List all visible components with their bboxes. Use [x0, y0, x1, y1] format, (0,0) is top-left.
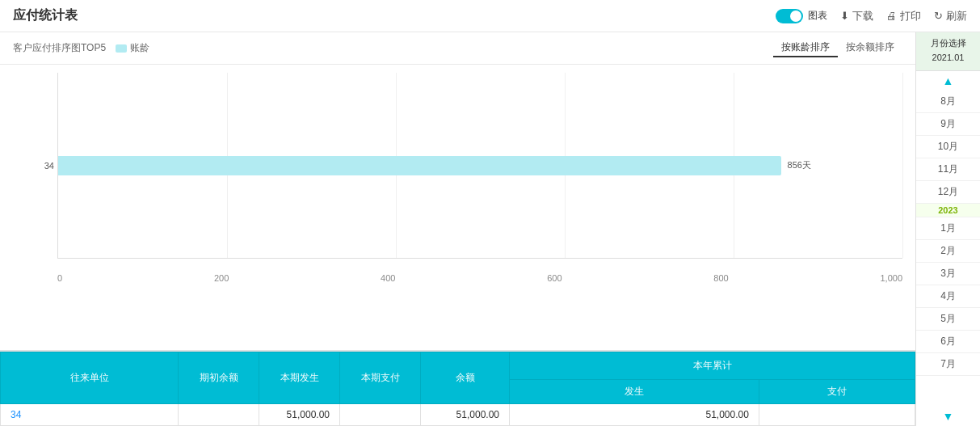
refresh-button[interactable]: ↻ 刷新 [934, 9, 967, 23]
sort-by-balance-tab[interactable]: 按余额排序 [838, 39, 902, 57]
chevron-down-icon: ▼ [943, 410, 954, 423]
legend-color-box [116, 44, 127, 53]
sidebar-title: 月份选择 [919, 37, 977, 49]
sidebar-up-button[interactable]: ▲ [916, 71, 980, 91]
sidebar-item-1[interactable]: 1月 [916, 217, 980, 240]
row-opening [179, 404, 259, 426]
download-icon: ⬇ [840, 10, 849, 22]
row-current-occur: 51,000.00 [259, 404, 340, 426]
download-button[interactable]: ⬇ 下载 [840, 9, 873, 23]
x-tick-400: 400 [381, 273, 395, 283]
sidebar-item-2[interactable]: 2月 [916, 240, 980, 263]
legend-item: 客户应付排序图TOP5 [13, 41, 106, 55]
refresh-icon: ↻ [934, 10, 943, 22]
header-actions: 图表 ⬇ 下载 🖨 打印 ↻ 刷新 [776, 9, 967, 23]
data-table: 往来单位 期初余额 本期发生 本期支付 余额 本年累计 发生 支付 [0, 352, 915, 426]
sort-by-amount-tab[interactable]: 按账龄排序 [773, 39, 838, 57]
main-content: 客户应付排序图TOP5 账龄 按账龄排序 按余额排序 [0, 32, 980, 426]
col-unit: 往来单位 [1, 352, 179, 404]
app-container: 应付统计表 图表 ⬇ 下载 🖨 打印 ↻ 刷新 [0, 0, 980, 426]
legend-name: 账龄 [130, 41, 149, 55]
col-balance: 余额 [421, 352, 510, 404]
legend-text: 客户应付排序图TOP5 [13, 41, 106, 55]
sidebar-item-7[interactable]: 7月 [916, 353, 980, 376]
sort-tabs: 按账龄排序 按余额排序 [773, 39, 902, 57]
sidebar-month-list: 8月 9月 10月 11月 12月 2023 1月 2月 3月 4月 5月 6月… [916, 91, 980, 407]
chart-header: 客户应付排序图TOP5 账龄 按账龄排序 按余额排序 [0, 32, 915, 65]
sidebar-item-3[interactable]: 3月 [916, 263, 980, 285]
col-opening: 期初余额 [179, 352, 259, 404]
col-ytd-occur: 发生 [510, 380, 759, 404]
print-label: 打印 [900, 9, 921, 23]
legend-color-item: 账龄 [116, 41, 149, 55]
chevron-up-icon: ▲ [943, 74, 954, 87]
col-current-occur: 本期发生 [259, 352, 340, 404]
bar-fill [58, 156, 781, 175]
refresh-label: 刷新 [946, 9, 967, 23]
col-ytd-pay: 支付 [759, 380, 915, 404]
sidebar-item-8[interactable]: 8月 [916, 91, 980, 113]
sidebar-item-5[interactable]: 5月 [916, 308, 980, 331]
sidebar-item-6[interactable]: 6月 [916, 331, 980, 353]
sidebar-item-9[interactable]: 9月 [916, 113, 980, 136]
chart-toggle-label: 图表 [808, 9, 827, 23]
chart-section: 客户应付排序图TOP5 账龄 按账龄排序 按余额排序 [0, 32, 915, 426]
row-ytd-occur: 51,000.00 [510, 404, 759, 426]
x-tick-600: 600 [547, 273, 562, 283]
x-tick-800: 800 [713, 273, 728, 283]
print-icon: 🖨 [886, 10, 897, 22]
x-tick-200: 200 [214, 273, 229, 283]
table-body: 34 51,000.00 51,000.00 51,000.00 [1, 404, 915, 426]
sidebar-down-button[interactable]: ▼ [916, 407, 980, 426]
print-button[interactable]: 🖨 打印 [886, 9, 921, 23]
chart-toggle[interactable] [776, 9, 803, 23]
col-ytd: 本年累计 [510, 352, 915, 380]
sidebar-item-4[interactable]: 4月 [916, 285, 980, 308]
table-section: 往来单位 期初余额 本期发生 本期支付 余额 本年累计 发生 支付 [0, 350, 915, 426]
x-tick-1000: 1,000 [880, 273, 902, 283]
header: 应付统计表 图表 ⬇ 下载 🖨 打印 ↻ 刷新 [0, 0, 980, 32]
x-tick-0: 0 [57, 273, 62, 283]
sidebar-year-2023: 2023 [916, 204, 980, 217]
bar-y-label: 34 [22, 161, 54, 171]
row-ytd-pay [759, 404, 915, 426]
sidebar-item-12[interactable]: 12月 [916, 181, 980, 204]
year-input[interactable] [919, 49, 977, 65]
sidebar-item-11[interactable]: 11月 [916, 158, 980, 181]
table-row: 34 51,000.00 51,000.00 51,000.00 [1, 404, 915, 426]
table-header-row: 往来单位 期初余额 本期发生 本期支付 余额 本年累计 [1, 352, 915, 380]
bar-value-label: 856天 [788, 159, 811, 171]
table-wrapper: 往来单位 期初余额 本期发生 本期支付 余额 本年累计 发生 支付 [0, 352, 915, 426]
sidebar: 月份选择 ▲ 8月 9月 10月 11月 12月 2023 1月 2月 3月 4… [915, 32, 980, 426]
sidebar-header: 月份选择 [916, 32, 980, 71]
col-current-pay: 本期支付 [340, 352, 421, 404]
chart-legend: 客户应付排序图TOP5 账龄 [13, 41, 149, 55]
row-current-pay [340, 404, 421, 426]
row-unit[interactable]: 34 [1, 404, 179, 426]
chart-toggle-wrapper: 图表 [776, 9, 827, 23]
row-balance: 51,000.00 [421, 404, 510, 426]
sidebar-item-10[interactable]: 10月 [916, 136, 980, 158]
page-title: 应付统计表 [13, 7, 78, 24]
chart-area: 34 856天 0 200 400 600 [0, 65, 915, 350]
download-label: 下载 [852, 9, 873, 23]
